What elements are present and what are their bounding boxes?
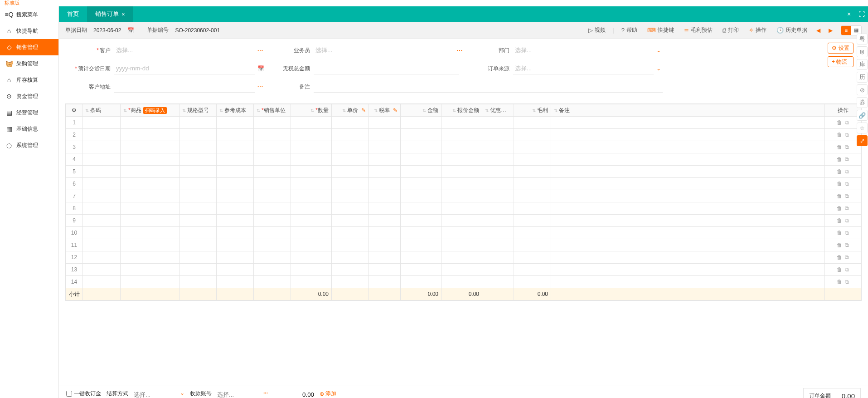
cell[interactable] [291, 202, 332, 215]
cell[interactable] [121, 239, 179, 251]
row-copy-icon[interactable]: ⧉ [845, 254, 849, 260]
salesman-input[interactable] [314, 44, 454, 56]
cell[interactable] [441, 227, 482, 239]
cell[interactable] [369, 129, 401, 141]
row-delete-icon[interactable]: 🗑 [837, 181, 842, 187]
col-spec[interactable]: ⇅规格型号 [179, 104, 217, 117]
cell[interactable] [514, 264, 551, 276]
cell[interactable] [179, 227, 217, 239]
tool-ops[interactable]: ✧操作 [746, 26, 769, 34]
cell[interactable] [551, 251, 825, 264]
cell[interactable] [441, 117, 482, 129]
table-row[interactable]: 13🗑⧉ [66, 264, 861, 276]
cell[interactable] [291, 117, 332, 129]
col-barcode[interactable]: ⇅条码 [82, 104, 121, 117]
cell[interactable] [217, 153, 254, 166]
col-discount[interactable]: ⇅优惠… [482, 104, 514, 117]
tool-history[interactable]: 🕓历史单据 [774, 26, 810, 34]
cell[interactable] [441, 264, 482, 276]
cell[interactable] [482, 190, 514, 202]
cell[interactable] [121, 215, 179, 227]
cell[interactable] [332, 117, 369, 129]
table-row[interactable]: 11🗑⧉ [66, 239, 861, 251]
cell[interactable] [291, 190, 332, 202]
cell[interactable] [179, 153, 217, 166]
cell[interactable] [401, 129, 441, 141]
dock-item-3[interactable]: 历 [857, 72, 868, 83]
cell[interactable] [332, 190, 369, 202]
cell[interactable] [441, 202, 482, 215]
cell[interactable] [291, 215, 332, 227]
cell[interactable] [254, 276, 291, 288]
cell[interactable] [254, 129, 291, 141]
cell[interactable] [254, 251, 291, 264]
cell[interactable] [369, 251, 401, 264]
cell[interactable] [179, 202, 217, 215]
cell[interactable] [217, 202, 254, 215]
cell[interactable] [82, 190, 121, 202]
doc-date-value[interactable]: 2023-06-02 [93, 27, 121, 34]
row-delete-icon[interactable]: 🗑 [837, 254, 842, 260]
row-delete-icon[interactable]: 🗑 [837, 193, 842, 199]
dept-input[interactable] [513, 44, 654, 56]
remark-input[interactable] [314, 81, 663, 93]
sidebar-item-3[interactable]: 🧺采购管理 [0, 55, 58, 72]
col-amount[interactable]: ⇅金额 [401, 104, 441, 117]
table-row[interactable]: 2🗑⧉ [66, 129, 861, 141]
cell[interactable] [482, 239, 514, 251]
table-row[interactable]: 7🗑⧉ [66, 190, 861, 202]
cell[interactable] [514, 178, 551, 190]
cell[interactable] [254, 264, 291, 276]
tab-bar-expand-icon[interactable]: ⛶ [855, 6, 868, 22]
cell[interactable] [332, 166, 369, 178]
dock-item-0[interactable]: 粤 [857, 34, 868, 44]
cell[interactable] [121, 202, 179, 215]
cell[interactable] [551, 202, 825, 215]
row-copy-icon[interactable]: ⧉ [845, 266, 849, 273]
table-row[interactable]: 3🗑⧉ [66, 141, 861, 153]
cell[interactable] [401, 239, 441, 251]
row-delete-icon[interactable]: 🗑 [837, 119, 842, 126]
cell[interactable] [217, 117, 254, 129]
scan-badge[interactable]: 扫码录入 [143, 107, 167, 114]
cell[interactable] [82, 215, 121, 227]
deliver-date-input[interactable] [114, 63, 255, 74]
dock-item-8[interactable]: ⤢ [857, 135, 868, 146]
cell[interactable] [482, 227, 514, 239]
cell[interactable] [514, 276, 551, 288]
table-row[interactable]: 1🗑⧉ [66, 117, 861, 129]
calendar-icon[interactable]: 📅 [127, 27, 134, 34]
cell[interactable] [254, 178, 291, 190]
view-list-icon[interactable]: ≡ [841, 26, 851, 35]
table-row[interactable]: 10🗑⧉ [66, 227, 861, 239]
row-copy-icon[interactable]: ⧉ [845, 230, 849, 236]
cell[interactable] [401, 153, 441, 166]
table-row[interactable]: 6🗑⧉ [66, 178, 861, 190]
notax-input[interactable] [314, 63, 459, 74]
deliver-calendar-icon[interactable]: 📅 [257, 65, 265, 72]
cell[interactable] [254, 215, 291, 227]
row-copy-icon[interactable]: ⧉ [845, 144, 849, 150]
cell[interactable] [217, 276, 254, 288]
tool-profit[interactable]: ≣毛利预估 [681, 26, 715, 34]
logistics-button[interactable]: + 物流 [828, 56, 853, 67]
row-copy-icon[interactable]: ⧉ [845, 181, 849, 187]
cell[interactable] [514, 239, 551, 251]
cell[interactable] [401, 276, 441, 288]
tab-close-icon[interactable]: × [121, 11, 125, 18]
cell[interactable] [514, 251, 551, 264]
cell[interactable] [291, 153, 332, 166]
row-copy-icon[interactable]: ⧉ [845, 205, 849, 211]
cell[interactable] [121, 129, 179, 141]
row-delete-icon[interactable]: 🗑 [837, 279, 842, 285]
cell[interactable] [291, 239, 332, 251]
cell[interactable] [482, 251, 514, 264]
cell[interactable] [401, 227, 441, 239]
cell[interactable] [551, 178, 825, 190]
row-copy-icon[interactable]: ⧉ [845, 217, 849, 224]
cell[interactable] [291, 251, 332, 264]
cell[interactable] [514, 202, 551, 215]
cell[interactable] [401, 178, 441, 190]
cell[interactable] [291, 141, 332, 153]
table-row[interactable]: 12🗑⧉ [66, 251, 861, 264]
